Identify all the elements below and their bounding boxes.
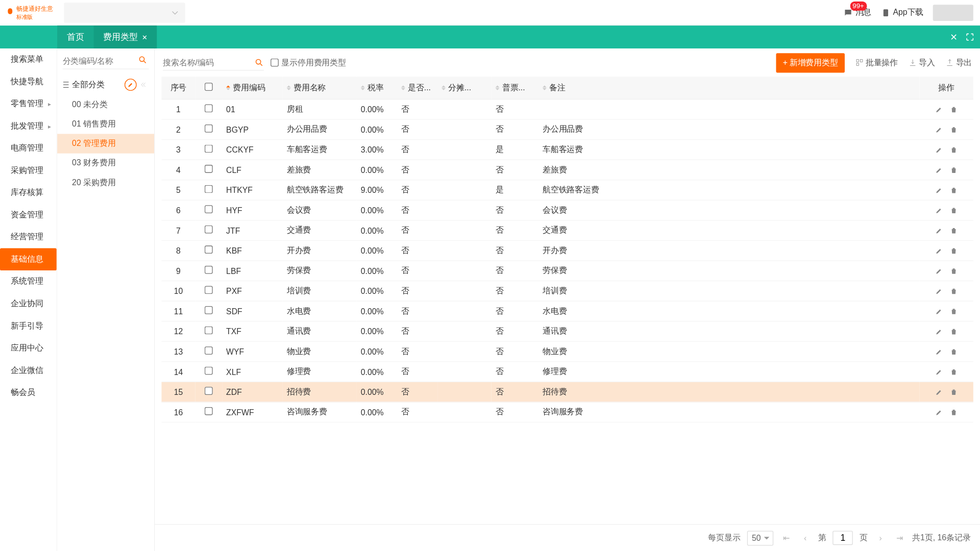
col-checkbox[interactable] (195, 77, 222, 99)
edit-icon[interactable] (935, 347, 943, 356)
row-checkbox[interactable] (205, 327, 213, 335)
delete-icon[interactable] (950, 328, 958, 336)
col-bool1[interactable]: 是否... (397, 77, 437, 99)
row-checkbox[interactable] (205, 407, 213, 415)
row-checkbox[interactable] (205, 124, 213, 133)
delete-icon[interactable] (950, 186, 958, 194)
row-checkbox[interactable] (205, 286, 213, 294)
sidebar-item[interactable]: 资金管理 (0, 204, 57, 227)
sidebar-item[interactable]: 基础信息 (0, 248, 57, 271)
edit-icon[interactable] (935, 388, 943, 396)
tab-close-icon[interactable]: ✕ (142, 33, 148, 41)
row-checkbox[interactable] (205, 145, 213, 153)
delete-icon[interactable] (950, 388, 958, 396)
delete-icon[interactable] (950, 126, 958, 134)
edit-icon[interactable] (935, 408, 943, 416)
col-name[interactable]: 费用名称 (283, 77, 357, 99)
delete-icon[interactable] (950, 105, 958, 113)
delete-icon[interactable] (950, 408, 958, 416)
edit-icon[interactable] (935, 287, 943, 295)
sidebar-item[interactable]: 批发管理▸ (0, 115, 57, 137)
sidebar-item[interactable]: 库存核算 (0, 182, 57, 204)
fullscreen-icon[interactable] (965, 32, 974, 41)
row-checkbox[interactable] (205, 104, 213, 112)
table-row[interactable]: 7JTF交通费0.00%否否交通费 (161, 220, 973, 241)
col-voucher[interactable]: 普票... (492, 77, 538, 99)
table-row[interactable]: 12TXF通讯费0.00%否否通讯费 (161, 321, 973, 342)
row-checkbox[interactable] (205, 367, 213, 375)
table-row[interactable]: 11SDF水电费0.00%否否水电费 (161, 301, 973, 321)
sidebar-item[interactable]: 系统管理 (0, 270, 57, 293)
delete-icon[interactable] (950, 267, 958, 275)
edit-icon[interactable] (935, 328, 943, 336)
all-categories-label[interactable]: 全部分类 (72, 79, 125, 90)
row-checkbox[interactable] (205, 185, 213, 193)
page-input[interactable] (833, 531, 853, 545)
table-row[interactable]: 16ZXFWF咨询服务费0.00%否否咨询服务费 (161, 402, 973, 422)
table-row[interactable]: 8KBF开办费0.00%否否开办费 (161, 240, 973, 261)
col-code[interactable]: 费用编码 (222, 77, 283, 99)
avatar[interactable] (933, 5, 973, 21)
table-row[interactable]: 15ZDF招待费0.00%否否招待费 (161, 382, 973, 402)
category-item[interactable]: 01 销售费用 (57, 114, 154, 134)
sidebar-item[interactable]: 应用中心 (0, 337, 57, 360)
category-item[interactable]: 20 采购费用 (57, 173, 154, 192)
new-fee-type-button[interactable]: + 新增费用类型 (776, 53, 845, 72)
row-checkbox[interactable] (205, 165, 213, 173)
table-row[interactable]: 2BGYP办公用品费0.00%否否办公用品费 (161, 119, 973, 140)
sidebar-item[interactable]: 新手引导 (0, 315, 57, 337)
edit-icon[interactable] (935, 206, 943, 214)
delete-icon[interactable] (950, 227, 958, 235)
delete-icon[interactable] (950, 145, 958, 154)
prev-page-button[interactable]: ‹ (799, 532, 812, 544)
sidebar-item[interactable]: 采购管理 (0, 160, 57, 182)
sidebar-item[interactable]: 企业协同 (0, 293, 57, 315)
collapse-panel-icon[interactable] (141, 81, 149, 89)
delete-icon[interactable] (950, 368, 958, 376)
delete-icon[interactable] (950, 287, 958, 295)
edit-category-button[interactable] (125, 79, 137, 91)
col-rate[interactable]: 税率 (357, 77, 397, 99)
company-dropdown[interactable] (64, 3, 185, 23)
table-row[interactable]: 4CLF差旅费0.00%否否差旅费 (161, 160, 973, 180)
category-item[interactable]: 00 未分类 (57, 95, 154, 114)
delete-icon[interactable] (950, 307, 958, 315)
edit-icon[interactable] (935, 307, 943, 315)
table-row[interactable]: 6HYF会议费0.00%否否会议费 (161, 200, 973, 220)
sidebar-item[interactable]: 电商管理 (0, 137, 57, 160)
delete-icon[interactable] (950, 246, 958, 255)
sidebar-item[interactable]: 零售管理▸ (0, 93, 57, 115)
show-disabled-input[interactable] (271, 59, 279, 67)
row-checkbox[interactable] (205, 346, 213, 355)
col-remark[interactable]: 备注 (538, 77, 919, 99)
table-row[interactable]: 3CCKYF车船客运费3.00%否是车船客运费 (161, 140, 973, 160)
row-checkbox[interactable] (205, 226, 213, 234)
logo[interactable]: 畅捷通好生意 标准版 (0, 0, 57, 25)
col-seq[interactable]: 序号 (161, 77, 195, 99)
category-search-input[interactable] (63, 54, 149, 69)
delete-icon[interactable] (950, 166, 958, 174)
tree-toggle-icon[interactable] (63, 82, 69, 88)
edit-icon[interactable] (935, 166, 943, 174)
table-row[interactable]: 13WYF物业费0.00%否否物业费 (161, 341, 973, 362)
col-share[interactable]: 分摊... (437, 77, 491, 99)
first-page-button[interactable]: ⇤ (780, 532, 793, 544)
select-all-checkbox[interactable] (205, 83, 213, 91)
batch-action-button[interactable]: 批量操作 (855, 57, 898, 68)
edit-icon[interactable] (935, 246, 943, 255)
delete-icon[interactable] (950, 206, 958, 214)
row-checkbox[interactable] (205, 205, 213, 213)
category-item[interactable]: 03 财务费用 (57, 154, 154, 173)
edit-icon[interactable] (935, 368, 943, 376)
row-checkbox[interactable] (205, 306, 213, 314)
show-disabled-checkbox[interactable]: 显示停用费用类型 (271, 57, 346, 68)
edit-icon[interactable] (935, 267, 943, 275)
table-row[interactable]: 9LBF劳保费0.00%否否劳保费 (161, 261, 973, 281)
sidebar-item[interactable]: 畅会员 (0, 382, 57, 404)
edit-icon[interactable] (935, 126, 943, 134)
search-icon[interactable] (254, 58, 263, 67)
edit-icon[interactable] (935, 145, 943, 154)
table-search-input[interactable] (163, 55, 264, 70)
row-checkbox[interactable] (205, 387, 213, 395)
table-row[interactable]: 101房租0.00%否否 (161, 99, 973, 120)
